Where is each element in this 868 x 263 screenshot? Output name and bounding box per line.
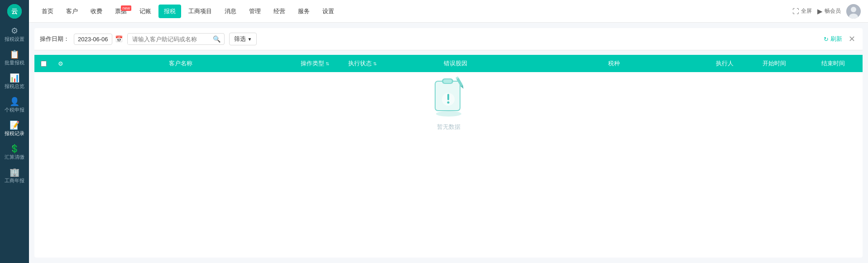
th-tax-type: 税种: [524, 55, 704, 72]
close-button[interactable]: ✕: [847, 35, 857, 43]
sidebar-label-huisuan-jiaona: 汇算清缴: [5, 154, 24, 160]
content-area: 操作日期： 2023-06-06 📅 🔍 筛选 ▼ ↻ 刷新 ✕: [29, 23, 868, 263]
th-executor: 执行人: [704, 55, 745, 72]
empty-icon: [428, 72, 469, 117]
fullscreen-btn[interactable]: ⛶ 全屏: [792, 7, 812, 15]
user-avatar[interactable]: [846, 4, 861, 19]
th-error-reason-label: 错误股因: [444, 59, 467, 68]
sidebar-icon-huisuan-jiaona: 💲: [10, 145, 19, 153]
top-nav: 首页客户收费票据new记账报税工商项目消息管理经营服务设置 ⛶ 全屏 ▶ 畅会员: [29, 0, 868, 23]
th-exec-status: 执行状态 ⇅: [337, 55, 387, 72]
empty-state: 暂无数据: [34, 72, 863, 131]
sidebar-label-baoshui-jilu: 报税记录: [5, 131, 24, 136]
calendar-icon[interactable]: 📅: [115, 35, 123, 43]
nav-item-gongshangxiangmu[interactable]: 工商项目: [183, 5, 217, 18]
th-exec-status-label: 执行状态: [348, 59, 372, 68]
th-checkbox[interactable]: [34, 55, 53, 72]
app-logo[interactable]: 云: [0, 0, 29, 23]
settings-icon: ⚙: [58, 60, 63, 67]
filter-label: 筛选: [234, 35, 246, 43]
member-label: 畅会员: [825, 7, 841, 15]
sidebar-icon-baoshui-zonlan: 📊: [10, 74, 19, 82]
select-all-checkbox[interactable]: [41, 61, 47, 67]
member-btn[interactable]: ▶ 畅会员: [817, 7, 841, 15]
date-input-wrap: 2023-06-06 📅: [74, 34, 123, 45]
logo-icon: 云: [7, 4, 22, 19]
th-op-type: 操作类型 ⇅: [292, 55, 337, 72]
nav-item-piaoju[interactable]: 票据new: [110, 5, 132, 18]
th-op-type-label: 操作类型: [301, 59, 324, 68]
chevron-down-icon: ▼: [248, 37, 252, 42]
search-wrap: 🔍: [127, 33, 225, 45]
sidebar-item-huisuan-jiaona[interactable]: 💲 汇算清缴: [0, 141, 29, 164]
sidebar-icon-baoshui-jilu: 📝: [10, 121, 19, 129]
refresh-icon: ↻: [824, 36, 829, 43]
refresh-button[interactable]: ↻ 刷新: [824, 35, 842, 43]
main-area: 首页客户收费票据new记账报税工商项目消息管理经营服务设置 ⛶ 全屏 ▶ 畅会员: [29, 0, 868, 263]
svg-text:云: 云: [11, 8, 18, 15]
nav-items: 首页客户收费票据new记账报税工商项目消息管理经营服务设置: [36, 5, 792, 18]
th-end-time-label: 结束时间: [821, 59, 845, 68]
search-input[interactable]: [128, 34, 209, 44]
nav-right: ⛶ 全屏 ▶ 畅会员: [792, 4, 861, 19]
sidebar-icon-baoshui-shezhi: ⚙: [11, 27, 18, 35]
th-end-time: 结束时间: [804, 55, 863, 72]
search-button[interactable]: 🔍: [209, 34, 224, 44]
svg-point-11: [447, 102, 449, 104]
member-icon: ▶: [817, 7, 823, 15]
sidebar-item-gongshang-nianbao[interactable]: 🏢 工商年报: [0, 164, 29, 188]
th-client-label: 客户名称: [169, 59, 192, 68]
nav-item-jingying[interactable]: 经营: [268, 5, 291, 18]
sidebar-icon-geshuishenbao: 👤: [10, 97, 19, 106]
sort-icon-op-type[interactable]: ⇅: [326, 61, 329, 66]
refresh-label: 刷新: [830, 35, 842, 43]
nav-item-shezhi[interactable]: 设置: [317, 5, 340, 18]
nav-badge-piaoju: new: [121, 5, 131, 11]
th-tax-type-label: 税种: [608, 59, 620, 68]
th-error-reason: 错误股因: [387, 55, 524, 72]
fullscreen-label: 全屏: [801, 7, 812, 15]
sidebar-label-gongshang-nianbao: 工商年报: [5, 178, 24, 184]
date-value[interactable]: 2023-06-06: [74, 34, 112, 45]
sidebar-item-baoshui-zonlan[interactable]: 📊 报税总览: [0, 70, 29, 93]
nav-item-xiaoxi[interactable]: 消息: [219, 5, 242, 18]
table-wrap: ⚙ 客户名称 操作类型 ⇅ 执行状态 ⇅ 错误股因 税种: [34, 55, 863, 258]
empty-text: 暂无数据: [437, 123, 460, 131]
sidebar-label-baoshui-shezhi: 报税设置: [5, 36, 24, 42]
sidebar-item-baoshui-jilu[interactable]: 📝 报税记录: [0, 117, 29, 141]
date-label: 操作日期：: [40, 35, 69, 43]
nav-item-shouye[interactable]: 首页: [36, 5, 59, 18]
th-start-time: 开始时间: [745, 55, 804, 72]
sidebar-item-baoshui-shezhi[interactable]: ⚙ 报税设置: [0, 23, 29, 46]
sidebar-label-geshuishenbao: 个税申报: [5, 107, 24, 113]
th-settings[interactable]: ⚙: [53, 55, 69, 72]
nav-item-jizhang[interactable]: 记账: [134, 5, 157, 18]
sidebar-item-piliang-baoshui[interactable]: 📋 批量报税: [0, 46, 29, 70]
svg-rect-8: [443, 79, 452, 83]
sidebar-label-baoshui-zonlan: 报税总览: [5, 83, 24, 89]
sidebar: 云 ⚙ 报税设置 📋 批量报税 📊 报税总览 👤 个税申报 📝 报税记录 💲 汇…: [0, 0, 29, 263]
nav-item-guanli[interactable]: 管理: [244, 5, 266, 18]
sidebar-icon-piliang-baoshui: 📋: [10, 50, 19, 58]
nav-item-baoshui[interactable]: 报税: [158, 5, 181, 18]
sidebar-icon-gongshang-nianbao: 🏢: [10, 168, 19, 176]
filter-btn[interactable]: 筛选 ▼: [229, 33, 257, 45]
fullscreen-icon: ⛶: [792, 7, 799, 15]
sidebar-item-geshuishenbao[interactable]: 👤 个税申报: [0, 93, 29, 117]
toolbar: 操作日期： 2023-06-06 📅 🔍 筛选 ▼ ↻ 刷新 ✕: [34, 28, 863, 50]
sidebar-label-piliang-baoshui: 批量报税: [5, 60, 24, 66]
svg-rect-10: [447, 94, 449, 100]
nav-item-kehu[interactable]: 客户: [61, 5, 83, 18]
th-executor-label: 执行人: [716, 59, 734, 68]
th-start-time-label: 开始时间: [762, 59, 786, 68]
th-client-name: 客户名称: [69, 55, 292, 72]
table-body: 暂无数据: [34, 72, 863, 258]
table-header: ⚙ 客户名称 操作类型 ⇅ 执行状态 ⇅ 错误股因 税种: [34, 55, 863, 72]
svg-point-5: [436, 111, 461, 117]
sort-icon-exec-status[interactable]: ⇅: [373, 61, 377, 66]
svg-point-3: [851, 7, 856, 12]
nav-item-fuwu[interactable]: 服务: [293, 5, 315, 18]
nav-item-shoufei[interactable]: 收费: [85, 5, 108, 18]
